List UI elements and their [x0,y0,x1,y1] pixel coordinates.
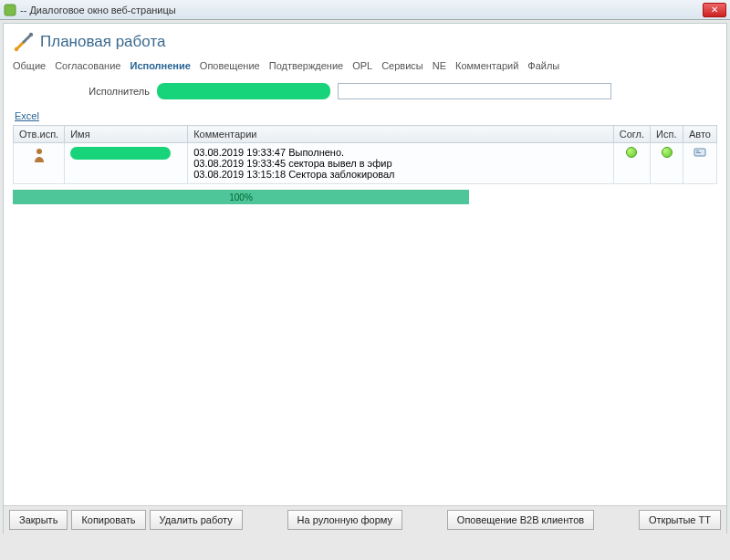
tab-confirm[interactable]: Подтверждение [269,60,343,71]
col-responsible[interactable]: Отв.исп. [14,126,65,143]
open-tt-button[interactable]: Открытые ТТ [639,510,721,530]
app-icon [4,4,16,16]
auto-icon [694,147,706,158]
user-icon [33,147,46,163]
col-agreed[interactable]: Согл. [613,126,650,143]
col-comments[interactable]: Комментарии [188,126,614,143]
tab-approval[interactable]: Согласование [55,60,120,71]
progress-label: 100% [229,192,253,202]
tab-general[interactable]: Общие [13,60,46,71]
svg-point-2 [29,33,33,36]
executor-redacted [157,83,330,99]
col-auto[interactable]: Авто [683,126,717,143]
tab-ne[interactable]: NE [433,60,446,71]
svg-point-3 [36,149,42,154]
tab-services[interactable]: Сервисы [381,60,423,71]
svg-rect-6 [696,152,701,153]
svg-rect-5 [696,150,699,151]
executor-row: Исполнитель [13,78,717,107]
col-name[interactable]: Имя [65,126,188,143]
window-body: Плановая работа ОбщиеСогласованиеИсполне… [3,23,727,534]
window-close-button[interactable]: ✕ [703,3,726,17]
page-header: Плановая работа [13,29,717,57]
tab-files[interactable]: Файлы [527,60,559,71]
svg-rect-0 [5,5,16,16]
execution-table: Отв.исп. Имя Комментарии Согл. Исп. Авто… [13,125,717,184]
close-button[interactable]: Закрыть [9,510,68,530]
status-ok-icon [626,147,637,158]
page-title: Плановая работа [40,33,165,51]
tab-notify[interactable]: Оповещение [200,60,260,71]
cell-comments: 03.08.2019 19:33:47 Выполнено.03.08.2019… [188,143,614,184]
window-title: -- Диалоговое окно веб-страницы [20,5,176,16]
delete-button[interactable]: Удалить работу [150,510,243,530]
tab-opl[interactable]: OPL [352,60,372,71]
wrench-icon [13,31,35,53]
executor-input[interactable] [338,83,611,99]
progress-bar: 100% [13,190,469,204]
status-ok-icon [662,147,673,158]
table-row[interactable]: 03.08.2019 19:33:47 Выполнено.03.08.2019… [14,143,717,184]
svg-point-1 [15,47,18,51]
col-executed[interactable]: Исп. [651,126,683,143]
tab-bar: ОбщиеСогласованиеИсполнениеОповещениеПод… [13,57,717,78]
b2b-notify-button[interactable]: Оповещение B2B клиентов [447,510,594,530]
tab-comment[interactable]: Комментарий [455,60,518,71]
bottom-toolbar: Закрыть Копировать Удалить работу На рул… [4,505,726,534]
window-titlebar: -- Диалоговое окно веб-страницы ✕ [0,0,730,20]
roll-button[interactable]: На рулонную форму [287,510,402,530]
excel-link[interactable]: Excel [13,107,41,125]
name-redacted [70,147,171,160]
copy-button[interactable]: Копировать [71,510,145,530]
tab-execution[interactable]: Исполнение [130,60,190,71]
executor-label: Исполнитель [13,86,150,97]
